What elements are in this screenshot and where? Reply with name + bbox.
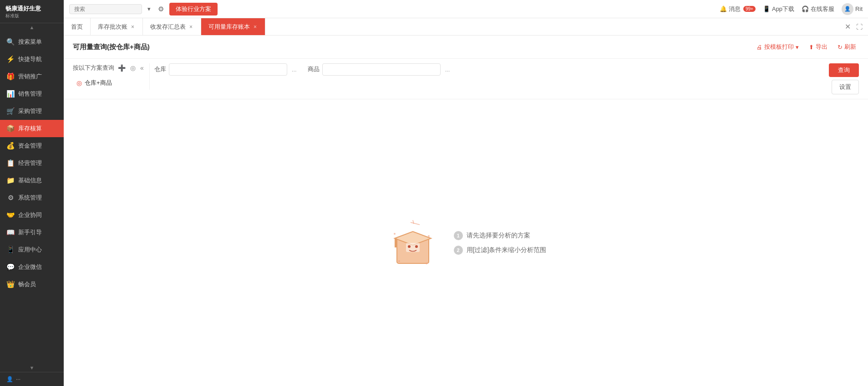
tab-summary-label: 收发存汇总表 [150,23,186,31]
svg-point-3 [415,245,418,248]
sidebar-item-purchase[interactable]: 🛒 采购管理 [0,103,64,120]
sidebar-label-quicknav: 快捷导航 [18,55,42,63]
step2-num: 2 [457,247,460,253]
tab-batch-account-close[interactable]: × [130,24,135,30]
sidebar-label-enterprise: 企业协同 [18,211,42,219]
svg-point-4 [394,233,396,235]
tab-available-close[interactable]: × [253,24,258,30]
svg-point-5 [428,235,430,237]
svg-point-7 [426,262,427,264]
sidebar-item-inventory[interactable]: 📦 库存核算 [0,120,64,137]
tab-available[interactable]: 可用量库存账本 × [201,18,265,35]
app-download-btn[interactable]: 📱 App下载 [763,5,794,13]
refresh-btn[interactable]: ↻ 刷新 [835,41,859,53]
notification-label: 消息 [729,5,741,13]
notification-btn[interactable]: 🔔 消息 99+ [720,5,756,13]
quicknav-icon: ⚡ [6,55,15,63]
step2-text: 用[过滤]条件来缩小分析范围 [467,246,547,254]
warehouse-input[interactable] [169,63,287,76]
sidebar-scroll-up[interactable]: ▲ [0,23,64,31]
export-icon: ⬆ [809,44,814,51]
search-menu-icon: 🔍 [6,38,15,46]
empty-step1: 1 请先选择要分析的方案 [454,231,547,240]
print-icon: 🖨 [756,44,762,51]
add-scheme-btn[interactable]: ➕ [117,63,127,72]
sidebar-item-quicknav[interactable]: ⚡ 快捷导航 [0,51,64,68]
operations-icon: 📋 [6,159,15,167]
sidebar-item-guide[interactable]: 📖 新手引导 [0,224,64,241]
export-btn[interactable]: ⬆ 导出 [806,41,830,53]
step1-text: 请先选择要分析的方案 [467,232,530,240]
sidebar-footer[interactable]: 👤 ··· [0,372,64,386]
tab-summary-close[interactable]: × [188,24,193,30]
tabbar-close-btn[interactable]: ✕ [843,21,853,33]
filter-settings-btn[interactable]: 设置 [832,80,859,94]
sidebar-label-wechat: 企业微信 [18,263,42,271]
goods-more-btn[interactable]: ... [443,65,452,74]
tab-home[interactable]: 首页 [64,18,91,35]
topbar-search-input[interactable] [69,4,142,14]
refresh-icon: ↻ [838,44,843,51]
tabbar-expand-btn[interactable]: ⛶ [854,21,864,32]
tab-batch-account[interactable]: 库存批次账 × [91,18,143,35]
filter-field-warehouse: 仓库 ... [154,63,299,76]
app-download-label: App下载 [772,5,794,13]
sidebar-label-guide: 新手引导 [18,228,42,237]
sidebar-label-base-info: 基础信息 [18,176,42,185]
scheme-collapse-icon[interactable]: « [139,63,145,72]
sidebar-label-sales: 销售管理 [18,90,42,98]
svg-point-2 [408,245,411,248]
sidebar-item-enterprise[interactable]: 🤝 企业协同 [0,206,64,224]
sidebar-item-wechat[interactable]: 💬 企业微信 [0,258,64,276]
user-avatar-icon: 👤 [6,376,13,382]
tab-home-label: 首页 [71,23,83,31]
topbar-gear-icon[interactable]: ⚙ [156,4,166,14]
marketing-icon: 🎁 [6,72,15,81]
scheme-settings-icon[interactable]: ◎ [129,63,137,72]
sidebar-label-membership: 畅会员 [18,280,36,288]
filter-fields: 仓库 ... 商品 ... [154,63,823,76]
goods-label: 商品 [308,65,320,73]
online-service-btn[interactable]: 🎧 在线客服 [802,5,834,13]
sidebar-item-search[interactable]: 🔍 搜索菜单 [0,33,64,51]
sidebar-item-marketing[interactable]: 🎁 营销推广 [0,68,64,85]
filter-field-goods-row: 商品 ... [308,63,452,76]
sidebar-item-system[interactable]: ⚙ 系统管理 [0,189,64,206]
warehouse-more-btn[interactable]: ... [290,65,299,74]
sidebar-header: 畅康通好生意 标准版 [0,0,64,23]
online-service-label: 在线客服 [811,5,834,13]
sidebar-footer-label: ··· [16,376,20,382]
topbar-dropdown-btn[interactable]: ▾ [146,5,152,13]
sidebar-menu: 🔍 搜索菜单 ⚡ 快捷导航 🎁 营销推广 📊 销售管理 🛒 采购管理 📦 库存核… [0,31,64,364]
sidebar-item-operations[interactable]: 📋 经营管理 [0,154,64,172]
topbar: ▾ ⚙ 体验行业方案 🔔 消息 99+ 📱 App下载 🎧 在线客服 👤 [64,0,868,18]
sidebar-item-finance[interactable]: 💰 资金管理 [0,137,64,154]
scheme-item-warehouse-goods[interactable]: ◎ 仓库+商品 [73,76,145,90]
scheme-item-label: 仓库+商品 [85,79,112,87]
tab-summary[interactable]: 收发存汇总表 × [143,18,201,35]
inventory-icon: 📦 [6,124,15,133]
topbar-right: 🔔 消息 99+ 📱 App下载 🎧 在线客服 👤 Rit [720,3,863,15]
query-btn[interactable]: 查询 [829,63,859,77]
sidebar-label-marketing: 营销推广 [18,72,42,81]
sidebar-item-membership[interactable]: 👑 畅会员 [0,276,64,293]
sidebar-item-base-info[interactable]: 📁 基础信息 [0,172,64,189]
user-profile-btn[interactable]: 👤 Rit [842,3,863,15]
finance-icon: 💰 [6,142,15,150]
print-btn[interactable]: 🖨 按模板打印 ▾ [754,41,802,53]
sidebar-item-sales[interactable]: 📊 销售管理 [0,85,64,103]
avatar-icon: 👤 [844,6,851,12]
sidebar-item-appstore[interactable]: 📱 应用中心 [0,241,64,258]
page-actions: 🖨 按模板打印 ▾ ⬆ 导出 ↻ 刷新 [754,41,859,53]
sidebar-label-inventory: 库存核算 [18,124,42,133]
sidebar-label-operations: 经营管理 [18,159,42,167]
empty-state: 1 请先选择要分析的方案 2 用[过滤]条件来缩小分析范围 [64,99,868,386]
goods-input[interactable] [322,63,441,76]
topbar-trial-btn[interactable]: 体验行业方案 [169,3,218,15]
sidebar-scroll-down[interactable]: ▼ [0,364,64,372]
tabbar: 首页 库存批次账 × 收发存汇总表 × 可用量库存账本 × ✕ ⛶ [64,18,868,36]
filter-scheme-header: 按以下方案查询 ➕ ◎ « [73,63,145,72]
guide-icon: 📖 [6,228,15,237]
filter-scheme-title: 按以下方案查询 [73,64,114,72]
filter-field-warehouse-row: 仓库 ... [154,63,299,76]
